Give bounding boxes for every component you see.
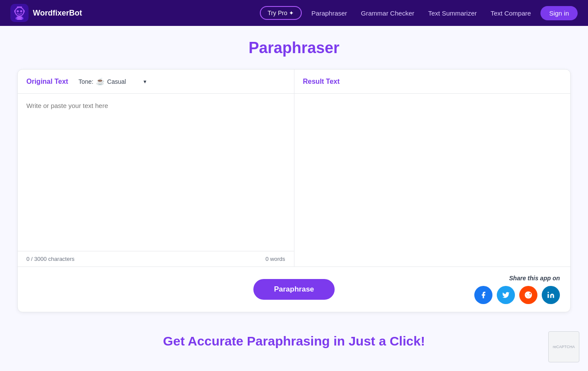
- linkedin-icon: [547, 291, 555, 299]
- svg-point-2: [17, 10, 19, 13]
- twitter-icon: [502, 291, 510, 299]
- share-facebook-button[interactable]: [474, 286, 492, 304]
- share-section: Share this app on: [335, 275, 560, 304]
- result-panel-body: [294, 94, 571, 266]
- below-fold-highlight: Accurate Paraphrasing: [188, 334, 329, 348]
- nav-text-summarizer[interactable]: Text Summarizer: [424, 7, 481, 19]
- reddit-icon: [524, 291, 533, 299]
- svg-rect-7: [23, 10, 25, 13]
- share-icons: [474, 286, 560, 304]
- svg-point-3: [20, 10, 22, 13]
- tone-dropdown-wrapper: Casual Formal Professional Simple Creati…: [107, 78, 147, 85]
- facebook-icon: [479, 291, 487, 299]
- nav-grammar-checker[interactable]: Grammar Checker: [357, 7, 419, 19]
- panels-row: Original Text Tone: ☕ Casual Formal Prof…: [18, 70, 570, 267]
- tone-icon: ☕: [96, 77, 105, 86]
- result-panel-header: Result Text: [294, 70, 571, 94]
- svg-rect-6: [14, 10, 16, 13]
- brand-name: WordfixerBot: [33, 9, 82, 18]
- page-title: Paraphraser: [17, 39, 571, 57]
- svg-rect-9: [16, 17, 17, 19]
- tone-select[interactable]: Casual Formal Professional Simple Creati…: [107, 78, 148, 85]
- paraphrase-button[interactable]: Paraphrase: [253, 279, 335, 300]
- captcha-widget: reCAPTCHA: [548, 331, 579, 362]
- try-pro-button[interactable]: Try Pro ✦: [260, 6, 302, 20]
- svg-point-16: [529, 295, 530, 296]
- original-panel-header: Original Text Tone: ☕ Casual Formal Prof…: [18, 70, 294, 94]
- share-reddit-button[interactable]: [519, 286, 537, 304]
- tone-label: Tone:: [79, 78, 93, 85]
- svg-rect-10: [22, 17, 23, 19]
- tone-section: Tone: ☕ Casual Formal Professional Simpl…: [79, 77, 147, 86]
- below-fold-text: Get Accurate Paraphrasing in Just a Clic…: [17, 312, 571, 361]
- svg-point-14: [530, 293, 531, 294]
- logo: WordfixerBot: [10, 4, 82, 22]
- original-panel-footer: 0 / 3000 characters 0 words: [18, 251, 294, 266]
- original-panel: Original Text Tone: ☕ Casual Formal Prof…: [18, 70, 294, 266]
- char-count: 0 / 3000 characters: [26, 256, 74, 262]
- below-fold-suffix: in Just a Click!: [330, 334, 425, 348]
- tool-card: Original Text Tone: ☕ Casual Formal Prof…: [17, 69, 571, 312]
- svg-point-17: [548, 292, 549, 293]
- below-fold-prefix: Get: [163, 334, 188, 348]
- svg-point-11: [525, 292, 532, 299]
- svg-point-15: [527, 295, 528, 296]
- logo-icon: [10, 4, 29, 22]
- word-count: 0 words: [265, 256, 285, 262]
- navbar: WordfixerBot Try Pro ✦ Paraphraser Gramm…: [0, 0, 588, 26]
- share-linkedin-button[interactable]: [542, 286, 560, 304]
- original-text-label: Original Text: [26, 78, 68, 86]
- share-twitter-button[interactable]: [497, 286, 515, 304]
- original-text-input[interactable]: [18, 94, 294, 251]
- result-panel: Result Text: [294, 70, 571, 266]
- sign-in-button[interactable]: Sign in: [540, 6, 578, 20]
- nav-paraphraser[interactable]: Paraphraser: [307, 7, 352, 19]
- result-text-label: Result Text: [303, 78, 340, 86]
- svg-rect-8: [16, 16, 22, 20]
- share-title: Share this app on: [509, 275, 560, 282]
- nav-text-compare[interactable]: Text Compare: [486, 7, 535, 19]
- bottom-row: Paraphrase Share this app on: [18, 267, 570, 312]
- main-content: Paraphraser Original Text Tone: ☕ Casual…: [9, 26, 579, 370]
